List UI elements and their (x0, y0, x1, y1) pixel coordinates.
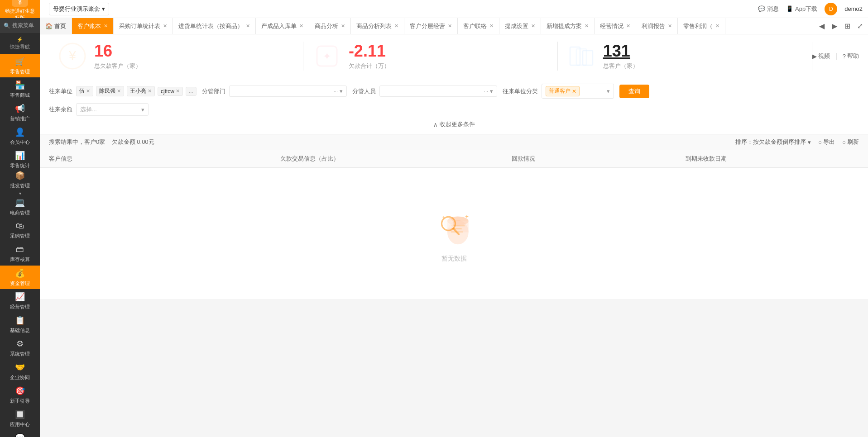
stat-values-1: 16 总欠款客户（家） (94, 42, 294, 70)
tab-commission-settings[interactable]: 提成设置 ✕ (499, 18, 541, 34)
tab-close-icon[interactable]: ✕ (299, 23, 303, 29)
tabs-next-button[interactable]: ▶ (828, 20, 841, 33)
main-content: ¥ 16 总欠款客户（家） ✦ -2.11 欠款合计（万） (40, 34, 868, 437)
tab-goods-stats[interactable]: 进货单统计表（按商品） ✕ (173, 18, 256, 34)
sidebar-item-wholesale[interactable]: 📦 批发管理 ▾ (0, 171, 40, 195)
query-button[interactable]: 查询 (619, 85, 649, 98)
company-selector[interactable]: 母婴行业演示账套 ▾ (49, 3, 109, 15)
sidebar-item-member[interactable]: 👤 会员中心 (0, 124, 40, 148)
results-bar: 搜索结果中，客户0家 欠款金额 0.00元 排序：按欠款金额倒序排序 ▾ ○ 导… (40, 134, 868, 150)
tab-operations[interactable]: 经营情况 ✕ (595, 18, 636, 34)
collapse-button[interactable]: ∧ 收起更多条件 (433, 120, 475, 128)
tab-close-icon[interactable]: ✕ (668, 23, 672, 29)
tab-close-icon[interactable]: ✕ (448, 23, 452, 29)
tab-close-icon[interactable]: ✕ (104, 23, 108, 29)
tabs-fullscreen-button[interactable]: ⤢ (854, 20, 866, 33)
customer-type-remove[interactable]: ✕ (572, 88, 576, 95)
sidebar-item-inventory[interactable]: 🗃 库存核算 (0, 242, 40, 266)
filter-row-2: 往来余额 选择... ▾ (49, 103, 859, 116)
filter-tag-wu-value: 伍 (79, 87, 85, 95)
filter-tag-wu[interactable]: 伍 ✕ (76, 86, 93, 96)
sidebar-item-enterprise[interactable]: 🤝 企业协同 (0, 360, 40, 383)
help-link[interactable]: ? 帮助 (843, 52, 859, 60)
empty-illustration: ✦ ✦ (432, 204, 477, 249)
sidebar-item-newbie[interactable]: 🎯 新手引导 (0, 383, 40, 407)
divider: | (835, 52, 837, 60)
sidebar-item-wechat[interactable]: 💬 企业微信 (0, 430, 40, 437)
svg-text:✦: ✦ (323, 51, 331, 62)
filter-tag-cjttcw-remove[interactable]: ✕ (176, 88, 180, 94)
tabs-expand-button[interactable]: ⊞ (841, 20, 854, 33)
tab-close-icon[interactable]: ✕ (163, 23, 167, 29)
balance-selector[interactable]: 选择... ▾ (76, 103, 149, 116)
sidebar: ¥ 畅捷通好生意 标版 🔍 搜索菜单 ⚡ 快捷导航 🛒 零售管理 🏪 零售商城 … (0, 0, 40, 437)
filter-tag-wang[interactable]: 王小亮 ✕ (127, 86, 155, 96)
filter-tag-more[interactable]: ... (186, 87, 197, 96)
tab-product-entry[interactable]: 产成品入库单 ✕ (256, 18, 309, 34)
unit-class-filter-label: 往来单位分类 (503, 87, 538, 95)
avatar[interactable]: D (825, 3, 837, 15)
tab-close-icon[interactable]: ✕ (585, 23, 589, 29)
sidebar-item-retail[interactable]: 🛒 零售管理 (0, 54, 40, 77)
tab-close-icon[interactable]: ✕ (394, 23, 398, 29)
tab-close-icon[interactable]: ✕ (531, 23, 535, 29)
stats-row: ¥ 16 总欠款客户（家） ✦ -2.11 欠款合计（万） (40, 34, 868, 78)
tab-profit-report[interactable]: 利润报告 ✕ (636, 18, 678, 34)
sidebar-item-appstore[interactable]: 🔲 应用中心 (0, 407, 40, 430)
tab-customer-layer[interactable]: 客户分层经营 ✕ (404, 18, 458, 34)
col-due-date: 到期未收款日期 (686, 155, 859, 163)
message-button[interactable]: 💬 消息 (758, 5, 779, 13)
filter-tag-wang-remove[interactable]: ✕ (148, 88, 152, 94)
tab-customer-ledger[interactable]: 客户账本 ✕ (72, 18, 114, 34)
sidebar-item-marketing[interactable]: 📢 营销推广 (0, 101, 40, 124)
person-selector[interactable]: ··· ▾ (379, 86, 497, 97)
message-icon: 💬 (758, 5, 765, 12)
person-extra-icon: ··· (484, 89, 488, 94)
results-right: 排序：按欠款金额倒序排序 ▾ ○ 导出 ○ 刷新 (735, 138, 859, 146)
unit-class-selector[interactable]: 普通客户 ✕ ▾ (542, 84, 614, 99)
tab-add-commission[interactable]: 新增提成方案 ✕ (541, 18, 595, 34)
filter-tag-wu-remove[interactable]: ✕ (86, 88, 90, 94)
filter-tag-chen-remove[interactable]: ✕ (117, 88, 121, 94)
filter-tag-cjttcw[interactable]: cjttcw ✕ (158, 87, 183, 96)
customer-type-tag[interactable]: 普通客户 ✕ (546, 86, 580, 96)
tab-close-icon[interactable]: ✕ (626, 23, 630, 29)
export-button[interactable]: ○ 导出 (818, 138, 835, 146)
tabs-prev-button[interactable]: ◀ (815, 20, 828, 33)
tab-close-icon[interactable]: ✕ (246, 23, 250, 29)
wechat-icon: 💬 (15, 433, 25, 437)
chevron-down-icon: ▾ (102, 5, 105, 12)
sidebar-item-basic[interactable]: 📋 基础信息 (0, 313, 40, 336)
refresh-button[interactable]: ○ 刷新 (842, 138, 859, 146)
sidebar-item-finance[interactable]: 💰 资金管理 (0, 266, 40, 289)
finance-icon: 💰 (15, 268, 25, 278)
app-download-button[interactable]: 📱 App下载 (786, 5, 817, 13)
quick-nav-button[interactable]: ⚡ 快捷导航 (0, 33, 40, 54)
stat-number-total-customers: 131 (603, 42, 803, 60)
filter-bar: 往来单位 伍 ✕ 陈民强 ✕ 王小亮 ✕ cjttcw (40, 78, 868, 134)
tab-customer-contact[interactable]: 客户联络 ✕ (458, 18, 499, 34)
dept-selector[interactable]: ··· ▾ (229, 86, 347, 97)
tab-retail-profit[interactable]: 零售利润（ ✕ (678, 18, 725, 34)
sidebar-item-purchase[interactable]: 🛍 采购管理 (0, 218, 40, 242)
person-filter-group: 分管人员 ··· ▾ (352, 86, 497, 97)
tab-close-icon[interactable]: ✕ (341, 23, 345, 29)
filter-tag-chen[interactable]: 陈民强 ✕ (96, 86, 124, 96)
tab-purchase-order[interactable]: 采购订单统计表 ✕ (114, 18, 173, 34)
tab-close-icon[interactable]: ✕ (715, 23, 719, 29)
sidebar-item-ecommerce[interactable]: 💻 电商管理 (0, 195, 40, 218)
nav-tabs-controls: ◀ ▶ ⊞ ⤢ (815, 20, 868, 33)
sidebar-item-retail-stats[interactable]: 📊 零售统计 (0, 148, 40, 171)
balance-chevron-icon: ▾ (141, 106, 144, 113)
sort-selector[interactable]: 排序：按欠款金额倒序排序 ▾ (735, 138, 811, 146)
sidebar-item-system[interactable]: ⚙ 系统管理 (0, 336, 40, 360)
tab-close-icon[interactable]: ✕ (489, 23, 494, 29)
sidebar-item-operation[interactable]: 📈 经营管理 (0, 289, 40, 313)
tab-home[interactable]: 🏠 首页 (40, 18, 72, 34)
tab-product-analysis-list[interactable]: 商品分析列表 ✕ (351, 18, 404, 34)
video-link[interactable]: ▶ 视频 (812, 52, 830, 60)
sidebar-item-retail-shop[interactable]: 🏪 零售商城 (0, 77, 40, 101)
tab-product-analysis[interactable]: 商品分析 ✕ (309, 18, 351, 34)
svg-text:¥: ¥ (68, 48, 76, 62)
search-menu-button[interactable]: 🔍 搜索菜单 (0, 18, 40, 33)
